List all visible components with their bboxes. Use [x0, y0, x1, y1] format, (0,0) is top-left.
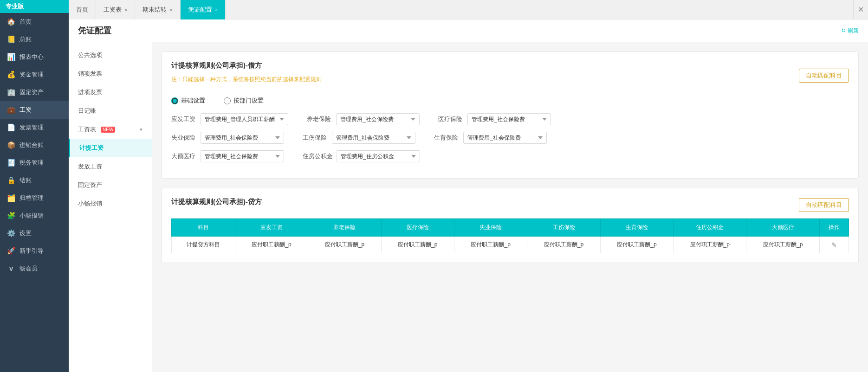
cell-gongshang: 应付职工薪酬_p [527, 237, 600, 253]
label-yanglao: 养老保险 [307, 115, 332, 123]
close-period-close-tab[interactable]: × [169, 7, 172, 13]
field-gongjijin: 住房公积金 管理费用_住房公积金 [303, 150, 420, 162]
debit-form-row-2: 失业保险 管理费用_社会保险费 工伤保险 管理费用_社会保险费 生育保险 [171, 132, 849, 144]
label-shengyu: 生育保险 [434, 134, 460, 142]
select-yingfagongzi[interactable]: 管理费用_管理人员职工薪酬 [201, 113, 288, 125]
label-yiliao: 医疗保险 [438, 115, 464, 123]
select-gongshang[interactable]: 管理费用_社会保险费 [332, 132, 415, 144]
credit-section-title: 计提核算规则(公司承担)-贷方 [171, 198, 262, 206]
member-icon: V [6, 265, 16, 272]
refresh-button[interactable]: ↻ 刷新 [841, 27, 859, 35]
salary-icon: 💼 [6, 106, 16, 114]
select-shengyu[interactable]: 管理费用_社会保险费 [463, 132, 547, 144]
left-nav-calc-salary[interactable]: 计提工资 [69, 139, 152, 157]
sidebar-item-member[interactable]: V 畅会员 [0, 260, 69, 277]
sidebar-item-purchasesales[interactable]: 📦 进销台账 [0, 136, 69, 154]
left-nav-purchase-invoices[interactable]: 进项发票 [69, 83, 152, 102]
left-nav-public-options[interactable]: 公共选项 [69, 46, 152, 64]
debit-form-row-3: 大额医疗 管理费用_社会保险费 住房公积金 管理费用_住房公积金 [171, 150, 849, 162]
xiaochang-icon: 🧩 [6, 212, 16, 220]
col-header-subject: 科目 [172, 219, 235, 237]
field-gongshang: 工伤保险 管理费用_社会保险费 [303, 132, 415, 144]
tab-voucher-config[interactable]: 凭证配置 × [181, 0, 226, 19]
select-shiye[interactable]: 管理费用_社会保险费 [201, 132, 284, 144]
field-shengyu: 生育保险 管理费用_社会保险费 [434, 132, 547, 144]
left-nav-salary-table[interactable]: 工资表 NEW ▾ [69, 120, 152, 139]
close-voucher-config-tab[interactable]: × [215, 7, 218, 13]
new-badge: NEW [101, 127, 115, 133]
debit-auto-match-button[interactable]: 自动匹配科目 [799, 69, 849, 83]
cell-shengyu: 应付职工薪酬_p [600, 237, 673, 253]
label-gongjijin: 住房公积金 [303, 152, 333, 160]
select-yanglao[interactable]: 管理费用_社会保险费 [336, 113, 420, 125]
guide-icon: 🚀 [6, 247, 16, 255]
col-header-gongshang: 工伤保险 [527, 219, 600, 237]
field-shiye: 失业保险 管理费用_社会保险费 [171, 132, 284, 144]
field-yiliao: 医疗保险 管理费用_社会保险费 [438, 113, 551, 125]
sidebar-item-tax[interactable]: 🧾 税务管理 [0, 154, 69, 172]
cell-yiliao: 应付职工薪酬_p [381, 237, 454, 253]
left-nav-fixed-assets[interactable]: 固定资产 [69, 176, 152, 194]
sidebar-item-settings[interactable]: ⚙️ 设置 [0, 224, 69, 242]
debit-radio-group: 基础设置 按部门设置 [171, 96, 849, 105]
content-area: 公共选项 销项发票 进项发票 日记账 工资表 NEW ▾ 计提工资 发放工资 [69, 42, 868, 372]
sidebar-item-xiaochang[interactable]: 🧩 小畅报销 [0, 207, 69, 224]
col-header-gongjijin: 住房公积金 [674, 219, 746, 237]
label-yingfagongzi: 应发工资 [171, 115, 197, 123]
radio-basic-setting[interactable]: 基础设置 [171, 96, 205, 105]
sidebar-item-guide[interactable]: 🚀 新手引导 [0, 242, 69, 260]
left-nav: 公共选项 销项发票 进项发票 日记账 工资表 NEW ▾ 计提工资 发放工资 [69, 42, 152, 372]
select-daeliao[interactable]: 管理费用_社会保险费 [201, 150, 284, 162]
cell-daeliao: 应付职工薪酬_p [746, 237, 819, 253]
refresh-icon: ↻ [841, 27, 846, 34]
page-header: 凭证配置 ↻ 刷新 [69, 19, 868, 42]
edit-icon[interactable]: ✎ [831, 241, 837, 249]
left-nav-pay-salary[interactable]: 发放工资 [69, 157, 152, 176]
radio-dept-setting[interactable]: 按部门设置 [224, 96, 264, 105]
sidebar-item-invoices[interactable]: 📄 发票管理 [0, 119, 69, 136]
ledger-icon: 📒 [6, 35, 16, 44]
col-header-shengyu: 生育保险 [600, 219, 673, 237]
sidebar-item-home[interactable]: 🏠 首页 [0, 13, 69, 31]
radio-basic-input[interactable] [171, 97, 178, 104]
left-nav-sales-invoices[interactable]: 销项发票 [69, 64, 152, 83]
select-gongjijin[interactable]: 管理费用_住房公积金 [337, 150, 420, 162]
left-nav-journal[interactable]: 日记账 [69, 102, 152, 120]
main-content: 首页 工资表 × 期末结转 × 凭证配置 × ✕ 凭证配置 ↻ 刷新 公共选项 [69, 0, 868, 372]
select-yiliao[interactable]: 管理费用_社会保险费 [467, 113, 551, 125]
sidebar-item-assets[interactable]: 🏢 固定资产 [0, 83, 69, 101]
left-nav-xiaochang-expense[interactable]: 小畅报销 [69, 194, 152, 213]
debit-section: 计提核算规则(公司承担)-借方 注：只能选择一种方式，系统将按照您当前的选择来配… [162, 51, 859, 179]
radio-dept-input[interactable] [224, 97, 231, 104]
sidebar-item-reports[interactable]: 📊 报表中心 [0, 48, 69, 66]
label-daeliao: 大额医疗 [171, 152, 197, 160]
sidebar-item-salary[interactable]: 💼 工资 [0, 101, 69, 119]
col-header-yanglao: 养老保险 [308, 219, 381, 237]
page-title: 凭证配置 [78, 25, 111, 36]
cell-action[interactable]: ✎ [819, 237, 849, 253]
reports-icon: 📊 [6, 53, 16, 61]
tab-home[interactable]: 首页 [69, 0, 96, 19]
tab-period-close[interactable]: 期末结转 × [135, 0, 180, 19]
expand-icon: ▾ [140, 127, 143, 133]
cell-shiye: 应付职工薪酬_p [454, 237, 527, 253]
col-header-action: 操作 [819, 219, 849, 237]
cell-yingfagongzi: 应付职工薪酬_p [235, 237, 308, 253]
field-yanglao: 养老保险 管理费用_社会保险费 [307, 113, 420, 125]
sidebar-item-funds[interactable]: 💰 资金管理 [0, 66, 69, 83]
window-close-button[interactable]: ✕ [853, 0, 868, 19]
debit-section-header: 计提核算规则(公司承担)-借方 注：只能选择一种方式，系统将按照您当前的选择来配… [171, 61, 849, 90]
label-gongshang: 工伤保险 [303, 134, 328, 142]
field-yingfagongzi: 应发工资 管理费用_管理人员职工薪酬 [171, 113, 288, 125]
col-header-shiye: 失业保险 [454, 219, 527, 237]
sidebar-item-ledger[interactable]: 📒 总账 [0, 31, 69, 48]
settings-icon: ⚙️ [6, 229, 16, 237]
sidebar-item-archive[interactable]: 🗂️ 归档管理 [0, 189, 69, 207]
label-shiye: 失业保险 [171, 134, 197, 142]
debit-section-title-group: 计提核算规则(公司承担)-借方 注：只能选择一种方式，系统将按照您当前的选择来配… [171, 61, 322, 90]
tab-salary-table[interactable]: 工资表 × [96, 0, 135, 19]
credit-section: 计提核算规则(公司承担)-贷方 自动匹配科目 科目 应发工资 养老保险 医疗保险… [162, 188, 859, 263]
close-salary-table-tab[interactable]: × [124, 7, 127, 13]
sidebar-item-closing[interactable]: 🔒 结账 [0, 172, 69, 189]
credit-auto-match-button[interactable]: 自动匹配科目 [799, 198, 849, 212]
